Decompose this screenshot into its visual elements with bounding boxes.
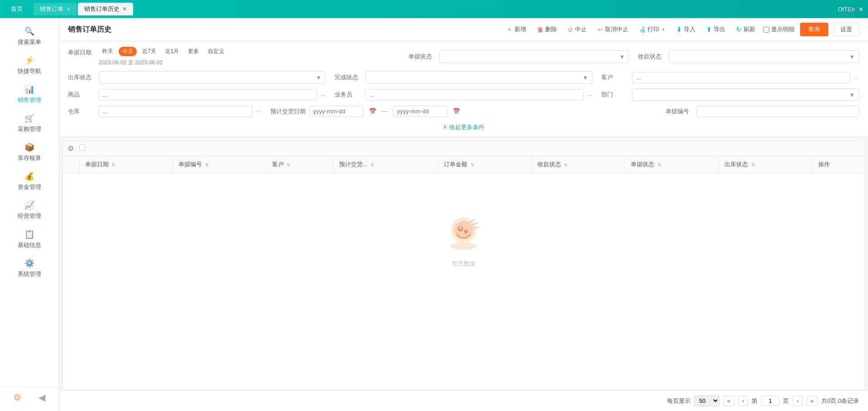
import-icon: ⬇ [676,26,682,33]
filter-payment-status: 收款状态 ▼ [638,50,859,63]
th-date[interactable]: 单据日期 ⇅ [79,156,173,174]
sidebar-item-search-menu-label: 搜索菜单 [18,38,41,46]
expected-date-start-input[interactable] [309,106,364,117]
stop-label: 中止 [575,25,587,34]
print-button[interactable]: 🖨 打印 ▼ [637,24,668,35]
tab-list: 销售订单 ✕ 销售订单历史 ✕ [34,3,133,15]
sidebar-item-base-info[interactable]: 📋 基础信息 [0,225,58,254]
sidebar-item-operations[interactable]: 📈 经营管理 [0,196,58,225]
sidebar-item-purchase-mgmt[interactable]: 🛒 采购管理 [0,109,58,138]
order-no-label: 单据编号 [666,107,693,116]
sidebar-item-quick-nav[interactable]: ⚡ 快捷导航 [0,51,58,80]
filter-area: 单据日期 昨天 今天 近7天 近1月 更多 自定义 2023-06-02 至 2… [59,41,868,137]
completion-status-select[interactable]: ▼ [365,71,592,84]
table-checkbox[interactable] [79,145,86,152]
next-page-button[interactable]: › [792,396,802,406]
date-btn-more[interactable]: 更多 [184,47,202,56]
sidebar-item-sales-mgmt[interactable]: 📊 销售管理 [0,80,58,109]
calendar-end-icon[interactable]: 📅 [453,108,460,115]
th-expected-delivery[interactable]: 预计交货... ⇅ [333,156,438,174]
new-button[interactable]: ＋ 新增 [504,24,529,35]
tab-home[interactable]: 首页 [5,3,29,15]
display-detail-checkbox[interactable] [763,27,769,33]
tab-sales-order[interactable]: 销售订单 ✕ [34,3,77,15]
filter-row-2: 出库状态 ▼ 完成状态 ▼ 客户 ··· [68,71,859,84]
topbar-close-icon[interactable]: ✕ [858,6,863,13]
search-menu-icon: 🔍 [24,26,34,36]
sidebar-item-finance[interactable]: 💰 资金管理 [0,167,58,196]
department-select[interactable]: ▼ [632,88,859,101]
salesperson-input[interactable] [365,89,584,101]
sort-amount-icon: ⇅ [470,162,474,167]
warehouse-input[interactable] [99,106,253,117]
salesperson-label: 业务员 [335,91,362,99]
filter-order-status: 单据状态 ▼ [408,50,629,63]
salesperson-dots-icon[interactable]: ··· [587,92,592,98]
date-btn-7days[interactable]: 近7天 [139,47,160,56]
customer-dots-icon[interactable]: ··· [854,74,859,81]
warehouse-dots-icon[interactable]: ··· [256,108,261,115]
stop-button[interactable]: ⊘ 中止 [565,24,590,35]
collapse-row[interactable]: ∧ 收起更多条件 [68,121,859,131]
cancel-stop-button[interactable]: ↩ 取消中止 [595,24,631,35]
sidebar-item-search-menu[interactable]: 🔍 搜索菜单 [0,22,58,51]
order-status-select[interactable]: ▼ [439,50,629,63]
tab-sales-order-history-close[interactable]: ✕ [122,6,127,12]
th-order-amount[interactable]: 订单金额 ⇅ [438,156,532,174]
th-customer[interactable]: 客户 ⇅ [266,156,333,174]
table-settings-icon[interactable]: ⚙ [67,144,74,153]
top-bar: 首页 销售订单 ✕ 销售订单历史 ✕ OfTEn ✕ [0,0,868,18]
page-size-select[interactable]: 50 10 20 100 [694,395,719,406]
export-label: 导出 [714,25,725,34]
filter-order-no: 单据编号 [666,106,859,117]
date-btn-today[interactable]: 今天 [119,47,137,56]
th-order-no[interactable]: 单据编号 ⇅ [173,156,267,174]
tab-sales-order-close[interactable]: ✕ [66,6,71,12]
first-page-button[interactable]: « [723,396,734,406]
outbound-status-select[interactable]: ▼ [99,71,326,84]
sidebar-collapse-icon[interactable]: ◀ [38,392,45,403]
export-button[interactable]: ⬆ 导出 [704,24,728,35]
sidebar-settings-icon[interactable]: ⚙ [13,392,21,403]
date-separator: — [382,108,388,115]
th-payment-status[interactable]: 收款状态 ⇅ [532,156,625,174]
page-number-input[interactable] [761,396,779,406]
new-icon: ＋ [506,25,513,34]
display-detail-toggle[interactable]: 显示明细 [763,25,795,34]
svg-point-5 [460,227,461,229]
query-button[interactable]: 查询 [800,23,828,36]
delete-button[interactable]: 🗑 删除 [534,24,560,35]
settings-button[interactable]: 设置 [834,23,859,36]
warehouse-label: 仓库 [68,107,95,116]
last-page-button[interactable]: » [806,396,818,406]
product-input[interactable] [99,89,317,101]
outbound-status-arrow-icon: ▼ [316,74,321,81]
refresh-button[interactable]: ↻ 刷新 [734,24,758,35]
delete-icon: 🗑 [537,26,543,33]
empty-state: 暂无数据 [63,174,864,304]
sidebar-item-inventory[interactable]: 📦 库存核算 [0,138,58,167]
tab-sales-order-history[interactable]: 销售订单历史 ✕ [78,3,133,15]
import-button[interactable]: ⬇ 导入 [674,24,698,35]
order-no-input[interactable] [696,106,859,117]
th-outbound-status[interactable]: 出库状态 ⇅ [719,156,812,174]
sidebar-item-system[interactable]: ⚙️ 系统管理 [0,254,58,283]
sidebar-item-operations-label: 经营管理 [18,212,41,220]
expected-date-end-input[interactable] [393,106,447,117]
payment-status-label: 收款状态 [638,53,665,61]
completion-status-arrow-icon: ▼ [582,74,588,81]
date-btn-yesterday[interactable]: 昨天 [99,47,117,56]
date-btn-1month[interactable]: 近1月 [162,47,183,56]
prev-page-button[interactable]: ‹ [738,396,748,406]
select-all-checkbox[interactable] [79,145,86,151]
customer-label: 客户 [601,73,628,82]
calendar-start-icon[interactable]: 📅 [369,108,376,115]
date-btn-custom[interactable]: 自定义 [204,47,228,56]
payment-status-select[interactable]: ▼ [669,50,859,63]
display-detail-label: 显示明细 [771,25,795,34]
th-order-status[interactable]: 单据状态 ⇅ [625,156,719,174]
main-layout: 🔍 搜索菜单 ⚡ 快捷导航 📊 销售管理 🛒 采购管理 📦 库存核算 💰 资金管… [0,18,868,411]
customer-input[interactable] [632,72,850,83]
svg-point-4 [464,230,468,233]
product-dots-icon[interactable]: ··· [321,92,326,98]
